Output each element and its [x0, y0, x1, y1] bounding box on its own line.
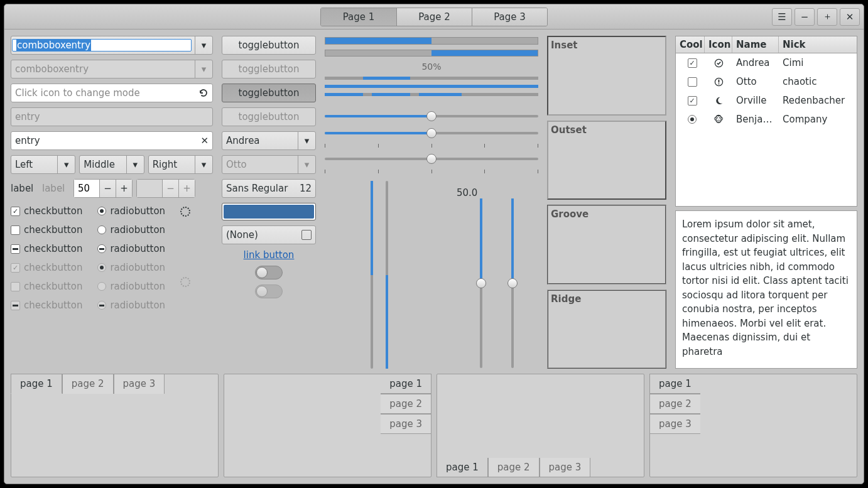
nb2-tab-2[interactable]: page 2 [381, 394, 431, 414]
file-chooser-text: (None) [226, 229, 258, 241]
togglebutton-active[interactable]: togglebutton [222, 84, 316, 102]
entry-with-clear[interactable]: entry ✕ [11, 131, 213, 150]
col-header-nick[interactable]: Nick [779, 36, 857, 53]
chevron-down-icon[interactable]: ▾ [126, 156, 144, 173]
nb1-tab-3[interactable]: page 3 [114, 374, 165, 394]
combo-right[interactable]: Right▾ [148, 155, 213, 174]
entries-column: comboboxentry ▾ comboboxentry ▾ Click ic… [11, 36, 213, 369]
combobox-entry-disabled: comboboxentry ▾ [11, 60, 213, 79]
radiobutton-unchecked[interactable]: radiobutton [97, 224, 165, 236]
app-window: Page 1 Page 2 Page 3 ☰ − ＋ ✕ comboboxent… [4, 4, 864, 484]
checkbox-icon[interactable] [688, 58, 697, 68]
row-name: Benja… [732, 112, 779, 126]
chevron-down-icon[interactable]: ▾ [57, 156, 75, 173]
nb3-tab-1[interactable]: page 1 [437, 458, 488, 477]
close-button[interactable]: ✕ [840, 8, 860, 26]
nb1-tab-1[interactable]: page 1 [11, 374, 62, 394]
tab-page-2[interactable]: Page 2 [396, 8, 472, 26]
vscale-2[interactable] [507, 198, 518, 368]
spin-input[interactable] [74, 180, 99, 197]
togglebutton-1[interactable]: togglebutton [222, 36, 316, 55]
checkbutton-unchecked[interactable]: checkbutton [11, 224, 82, 236]
combo-middle[interactable]: Middle▾ [79, 155, 144, 174]
vscale-1[interactable] [475, 198, 487, 368]
radiobutton-mixed-disabled: radiobutton [97, 300, 165, 311]
link-button[interactable]: link button [222, 249, 316, 261]
chevron-down-icon[interactable]: ▾ [195, 156, 212, 173]
svg-rect-3 [718, 83, 719, 84]
checkbutton-mixed[interactable]: checkbutton [11, 243, 82, 254]
nb4-tab-2[interactable]: page 2 [649, 394, 700, 414]
progressbar-segmented [325, 93, 538, 96]
chevron-down-icon[interactable]: ▾ [298, 132, 315, 149]
tab-page-3[interactable]: Page 3 [472, 8, 547, 26]
radiobutton-mixed[interactable]: radiobutton [97, 243, 165, 254]
combo-andrea[interactable]: Andrea▾ [222, 131, 316, 150]
col-header-name[interactable]: Name [732, 36, 779, 53]
table-row[interactable]: 🐵Benja…Company [676, 110, 857, 129]
tree-view[interactable]: Cool Icon Name Nick AndreaCimiOttochaoti… [675, 36, 857, 207]
row-icon [705, 95, 732, 107]
ranges-column: 50% 50.0 [325, 36, 538, 369]
row-icon: 🐵 [705, 113, 732, 126]
nb2-tab-3[interactable]: page 3 [381, 414, 431, 434]
spinner-icon [180, 207, 190, 217]
text-view[interactable]: Lorem ipsum dolor sit amet, consectetur … [675, 210, 857, 369]
col-header-icon[interactable]: Icon [705, 36, 732, 53]
checkbox-icon[interactable] [688, 96, 697, 106]
notebook-right-tabs: page 1 page 2 page 3 [224, 374, 431, 477]
minimize-button[interactable]: − [795, 8, 815, 26]
row-name: Otto [732, 75, 779, 89]
nb1-tab-2[interactable]: page 2 [62, 374, 114, 394]
svg-rect-2 [718, 79, 719, 82]
togglebutton-disabled-2: togglebutton [222, 107, 316, 126]
open-folder-icon[interactable] [301, 230, 312, 240]
radio-icon[interactable] [688, 115, 697, 124]
spin-plus[interactable]: + [116, 180, 132, 197]
combo-otto-text: Otto [222, 159, 295, 170]
font-button[interactable]: Sans Regular 12 [222, 179, 316, 198]
scale-horizontal-marks[interactable] [325, 153, 538, 165]
spin-button[interactable]: − + [73, 179, 133, 198]
frame-groove: Groove [547, 205, 666, 285]
nb2-tab-1[interactable]: page 1 [381, 374, 431, 394]
scale-horizontal-2[interactable] [325, 127, 538, 139]
checkbutton-checked[interactable]: checkbutton [11, 205, 82, 217]
refresh-icon[interactable] [198, 88, 209, 98]
switch-disabled [255, 285, 283, 298]
checkbox-icon[interactable] [688, 77, 697, 87]
mode-entry[interactable]: Click icon to change mode [11, 84, 213, 102]
spin-button-disabled: − + [136, 179, 195, 198]
vscale-bar-2[interactable] [381, 181, 393, 369]
entry-disabled-text: entry [15, 111, 40, 122]
nb3-tab-3[interactable]: page 3 [540, 458, 591, 477]
vscale-bar-1[interactable] [366, 181, 377, 369]
scale-horizontal-1[interactable] [325, 110, 538, 122]
radiobutton-checked[interactable]: radiobutton [97, 205, 165, 217]
clear-icon[interactable]: ✕ [200, 135, 209, 146]
maximize-button[interactable]: ＋ [817, 8, 837, 26]
file-chooser-button[interactable]: (None) [222, 225, 316, 244]
combobox-entry-editable[interactable]: comboboxentry ▾ [11, 36, 213, 55]
frame-inset: Inset [547, 36, 666, 116]
nb3-tab-2[interactable]: page 2 [488, 458, 540, 477]
row-icon [705, 57, 732, 69]
hamburger-menu-button[interactable]: ☰ [772, 8, 792, 26]
spin-minus[interactable]: − [99, 180, 116, 197]
checkbutton-checked-disabled: checkbutton [11, 262, 82, 273]
tab-page-1[interactable]: Page 1 [321, 8, 396, 26]
table-row[interactable]: OrvilleRedenbacher [676, 91, 857, 110]
nb4-tab-1[interactable]: page 1 [649, 374, 700, 394]
chevron-down-icon[interactable]: ▾ [195, 36, 212, 54]
table-row[interactable]: AndreaCimi [676, 53, 857, 72]
titlebar: Page 1 Page 2 Page 3 ☰ − ＋ ✕ [4, 4, 864, 30]
switch-off[interactable] [255, 266, 283, 279]
nb4-tab-3[interactable]: page 3 [649, 414, 700, 434]
minimize-icon: − [801, 11, 809, 23]
combobox-entry-disabled-text: comboboxentry [15, 63, 89, 75]
col-header-cool[interactable]: Cool [676, 36, 705, 53]
table-row[interactable]: Ottochaotic [676, 72, 857, 91]
radiobutton-unchecked-disabled: radiobutton [97, 281, 165, 292]
color-button[interactable] [222, 203, 316, 220]
combo-left[interactable]: Left▾ [11, 155, 75, 174]
